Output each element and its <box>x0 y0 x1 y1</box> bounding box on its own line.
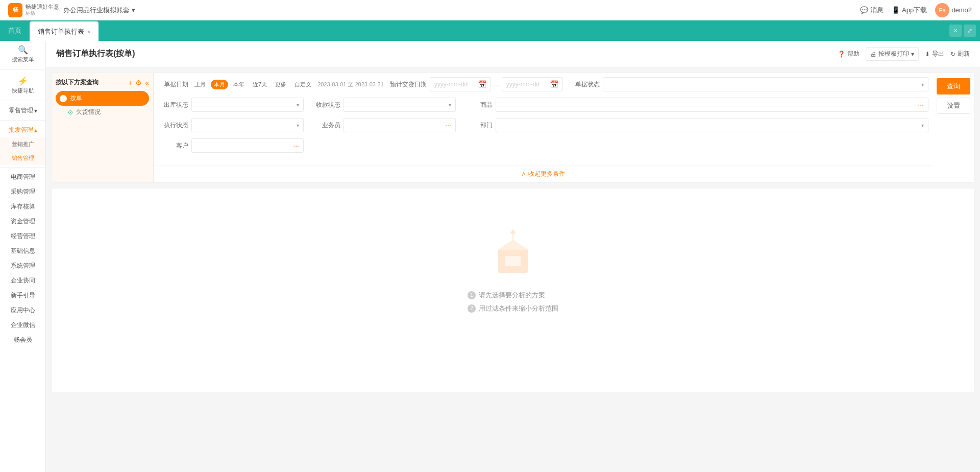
logo-text: 畅捷通好生意 标版 <box>26 4 59 16</box>
sidebar-item-ecommerce[interactable]: 电商管理 <box>0 170 45 184</box>
department-select[interactable]: ▾ <box>496 118 928 132</box>
refresh-icon: ↻ <box>950 51 955 58</box>
tab-sales-order[interactable]: 销售订单执行表 × <box>30 21 99 42</box>
print-icon: 🖨 <box>870 51 876 58</box>
user-menu[interactable]: Ea demo2 <box>935 3 972 17</box>
chevron-down-icon: ▴ <box>34 127 37 134</box>
search-button[interactable]: 查询 <box>937 78 970 95</box>
sidebar-item-system[interactable]: 系统管理 <box>0 258 45 273</box>
page-header: 销售订单执行表(按单) ❓ 帮助 🖨 按模板打印 ▾ ⬇ 导出 <box>46 41 980 67</box>
sidebar-item-purchase[interactable]: 采购管理 <box>0 184 45 199</box>
scheme-sub-item-debt[interactable]: ⊙ 欠货情况 <box>56 106 149 119</box>
salesperson-dots-icon[interactable]: ··· <box>445 121 451 129</box>
hint-text-2: 用过滤条件来缩小分析范围 <box>479 302 558 315</box>
sidebar-item-enterprise[interactable]: 企业协同 <box>0 273 45 288</box>
delivery-select[interactable]: ▾ <box>191 98 304 112</box>
date-separator: — <box>493 81 500 88</box>
status-select[interactable]: ▾ <box>603 77 928 91</box>
app-download-button[interactable]: 📱 App下载 <box>892 6 927 15</box>
sidebar-item-wholesale[interactable]: 批发管理 ▴ <box>0 123 45 137</box>
salesperson-select[interactable]: ··· <box>344 118 456 132</box>
sidebar-item-retail[interactable]: 零售管理 ▾ <box>0 103 45 118</box>
add-scheme-button[interactable]: + <box>128 79 132 87</box>
sidebar-item-wechat[interactable]: 企业微信 <box>0 318 45 333</box>
current-month-btn[interactable]: 本月 <box>211 80 228 89</box>
custom-date-btn[interactable]: 自定义 <box>291 80 314 89</box>
expected-date-range: yyyy-mm-dd 📅 — yyyy-mm-dd 📅 <box>430 77 563 91</box>
payment-filter-group: 收款状态 ▾ <box>310 98 456 112</box>
export-button[interactable]: ⬇ 导出 <box>925 50 944 58</box>
customer-dots-icon[interactable]: ··· <box>293 141 299 150</box>
sidebar-item-operation[interactable]: 经营管理 <box>0 229 45 244</box>
date-filter-group: 单据日期 上月 本月 本年 近7天 更多 自定义 2023-03-01 至 20… <box>158 80 384 89</box>
empty-hint-2: 2 用过滤条件来缩小分析范围 <box>468 302 558 315</box>
sidebar-item-sales[interactable]: 销售管理 <box>0 151 45 165</box>
empty-svg-icon <box>487 229 538 280</box>
department-filter-group: 部门 ▾ <box>462 118 928 132</box>
sidebar-divider-3 <box>0 120 45 121</box>
collapse-bar[interactable]: ∧ 收起更多条件 <box>154 165 933 182</box>
settings-scheme-button[interactable]: ⚙ <box>135 79 142 87</box>
expected-date-start[interactable]: yyyy-mm-dd 📅 <box>430 77 491 91</box>
message-button[interactable]: 💬 消息 <box>860 6 884 15</box>
collapse-icon: ∧ <box>521 170 526 177</box>
last-7days-btn[interactable]: 近7天 <box>250 80 270 89</box>
refresh-button[interactable]: ↻ 刷新 <box>950 50 970 58</box>
calendar-icon-1: 📅 <box>478 80 486 88</box>
delivery-label: 出库状态 <box>158 101 188 109</box>
filter-row-3: 执行状态 ▾ 业务员 ··· <box>158 118 928 132</box>
date-range-text: 2023-03-01 至 2023-03-31 <box>317 81 384 88</box>
sidebar-item-inventory[interactable]: 库存核算 <box>0 199 45 214</box>
filter-row-1: 单据日期 上月 本月 本年 近7天 更多 自定义 2023-03-01 至 20… <box>158 77 928 91</box>
sidebar: 🔍 搜索菜单 ⚡ 快捷导航 零售管理 ▾ 批发管理 ▴ 营销推广 <box>0 41 46 472</box>
goods-dots-icon[interactable]: ··· <box>918 101 924 109</box>
sidebar-item-search[interactable]: 🔍 搜索菜单 <box>0 41 45 67</box>
payment-chevron-icon: ▾ <box>449 102 451 108</box>
customer-label: 客户 <box>158 141 188 150</box>
page-actions: ❓ 帮助 🖨 按模板打印 ▾ ⬇ 导出 ↻ 刷新 <box>838 47 970 61</box>
tab-close-icon[interactable]: × <box>87 29 90 35</box>
status-chevron-icon: ▾ <box>921 82 924 87</box>
content-area: 销售订单执行表(按单) ❓ 帮助 🖨 按模板打印 ▾ ⬇ 导出 <box>46 41 980 472</box>
print-button[interactable]: 🖨 按模板打印 ▾ <box>866 47 919 61</box>
chevron-down-icon: ▾ <box>911 51 914 58</box>
sidebar-divider-2 <box>0 101 45 101</box>
expand-window-button[interactable]: ⤢ <box>964 25 976 37</box>
customer-select[interactable]: ··· <box>191 138 304 153</box>
sidebar-item-finance[interactable]: 资金管理 <box>0 214 45 229</box>
goods-select[interactable]: ··· <box>496 98 928 112</box>
company-selector[interactable]: 办公用品行业模拟账套 ▾ <box>63 6 135 15</box>
print-button-group[interactable]: 🖨 按模板打印 ▾ <box>866 47 919 61</box>
last-month-btn[interactable]: 上月 <box>191 80 209 89</box>
action-buttons: 查询 设置 <box>933 73 974 182</box>
close-window-button[interactable]: × <box>949 25 962 37</box>
avatar: Ea <box>935 3 949 17</box>
search-icon: 🔍 <box>18 45 28 55</box>
filter-row-2: 出库状态 ▾ 收款状态 ▾ <box>158 98 928 112</box>
help-button[interactable]: ❓ 帮助 <box>838 50 860 58</box>
sidebar-item-apps[interactable]: 应用中心 <box>0 303 45 318</box>
sidebar-item-marketing[interactable]: 营销推广 <box>0 137 45 151</box>
scheme-selector: 按以下方案查询 + ⚙ « 按单 ⊙ 欠货情况 <box>52 73 154 182</box>
current-year-btn[interactable]: 本年 <box>230 80 248 89</box>
scheme-actions: + ⚙ « <box>128 79 149 87</box>
expected-date-end-placeholder: yyyy-mm-dd <box>506 81 540 88</box>
more-date-btn[interactable]: 更多 <box>272 80 289 89</box>
settings-button[interactable]: 设置 <box>937 98 970 114</box>
sidebar-item-quick-nav[interactable]: ⚡ 快捷导航 <box>0 72 45 99</box>
sidebar-item-basic[interactable]: 基础信息 <box>0 244 45 258</box>
hint-num-1: 1 <box>468 291 476 299</box>
scheme-item-by-order[interactable]: 按单 <box>56 91 149 106</box>
collapse-scheme-button[interactable]: « <box>145 79 149 87</box>
empty-illustration <box>487 229 538 280</box>
payment-select[interactable]: ▾ <box>344 98 456 112</box>
salesperson-filter-group: 业务员 ··· <box>310 118 456 132</box>
sidebar-item-member[interactable]: 畅会员 <box>0 333 45 347</box>
goods-filter-group: 商品 ··· <box>462 98 928 112</box>
tab-home[interactable]: 首页 <box>0 20 30 41</box>
scheme-active-icon <box>60 95 67 102</box>
execution-select[interactable]: ▾ <box>191 118 304 132</box>
scheme-title: 按以下方案查询 <box>56 78 99 87</box>
sidebar-item-newbie[interactable]: 新手引导 <box>0 288 45 303</box>
expected-date-end[interactable]: yyyy-mm-dd 📅 <box>502 77 563 91</box>
